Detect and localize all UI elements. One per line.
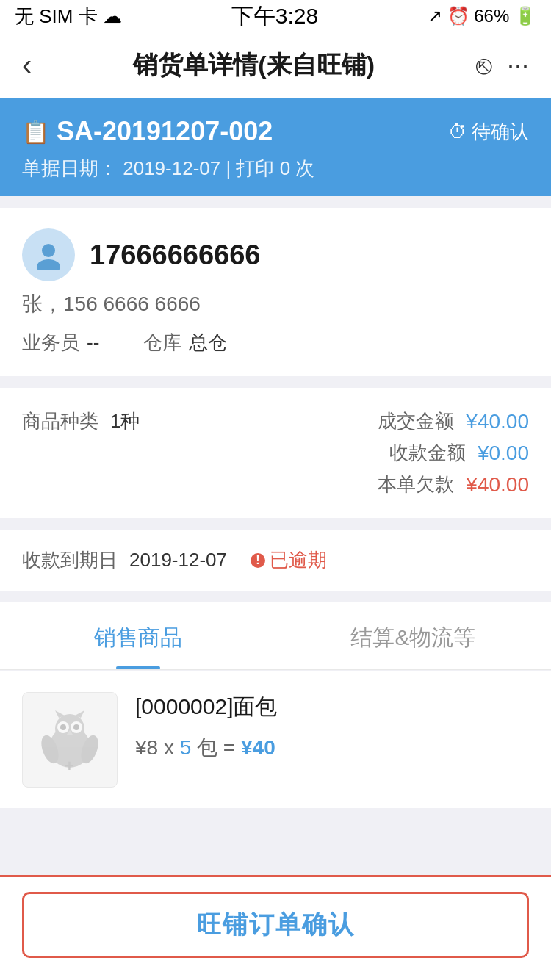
back-button[interactable]: ‹ [22,48,32,82]
svg-text:+: + [65,757,74,773]
battery-status: ↗ ⏰ 66% 🔋 [428,6,536,26]
customer-meta: 业务员 -- 仓库 总仓 [22,330,529,356]
summary-row: 商品种类 1种 成交金额 ¥40.00 收款金额 ¥0.00 本单欠款 ¥40.… [22,408,529,497]
customer-phone: 17666666666 [90,239,260,271]
transaction-amount-row: 成交金额 ¥40.00 [378,408,529,434]
order-date: 单据日期： 2019-12-07 | 打印 0 次 [22,156,529,181]
product-image: + [37,707,103,773]
order-header-top: 📋 SA-20191207-002 ⏱ 待确认 [22,116,529,147]
salesperson-value: -- [87,331,99,354]
customer-name: 张，156 6666 6666 [22,290,529,318]
summary-right: 成交金额 ¥40.00 收款金额 ¥0.00 本单欠款 ¥40.00 [378,408,529,497]
back-icon: ‹ [22,48,32,81]
nav-actions: ⎋ ··· [476,50,529,81]
order-id-text: SA-20191207-002 [57,116,273,147]
status-bar: 无 SIM 卡 ☁ 下午3:28 ↗ ⏰ 66% 🔋 [0,0,551,32]
order-status: ⏱ 待确认 [448,119,529,145]
bottom-action: 旺铺订单确认 [0,875,551,980]
summary-left: 商品种类 1种 [22,408,140,434]
tab-settlement[interactable]: 结算&物流等 [276,602,551,669]
product-name: [0000002]面包 [135,692,529,722]
product-list: + [0000002]面包 ¥8 x 5 包 = ¥40 [0,671,551,808]
more-button[interactable]: ··· [507,50,529,81]
product-type-label: 商品种类 [22,408,98,434]
product-total: ¥40 [241,736,276,759]
order-date-label: 单据日期： [22,157,118,179]
salesperson-label: 业务员 [22,330,79,356]
overdue-badge: ! 已逾期 [251,547,327,573]
product-type-value: 1种 [110,408,140,434]
received-amount-value: ¥0.00 [478,442,529,465]
status-time: 下午3:28 [231,1,318,32]
tabs-bar: 销售商品 结算&物流等 [0,602,551,670]
salesperson-field: 业务员 -- [22,330,99,356]
due-date-card: 收款到期日 2019-12-07 ! 已逾期 [0,530,551,591]
received-amount-label: 收款金额 [389,440,466,466]
overdue-text: 已逾期 [270,547,327,573]
warehouse-field: 仓库 总仓 [143,330,227,356]
product-qty: 5 [180,736,192,759]
summary-card: 商品种类 1种 成交金额 ¥40.00 收款金额 ¥0.00 本单欠款 ¥40.… [0,388,551,518]
product-unit: 包 [197,736,217,759]
confirm-order-button[interactable]: 旺铺订单确认 [22,892,529,958]
order-print-info: | 打印 0 次 [226,157,314,179]
table-row: + [0000002]面包 ¥8 x 5 包 = ¥40 [0,671,551,808]
svg-point-7 [73,724,79,730]
product-price-row: ¥8 x 5 包 = ¥40 [135,734,529,762]
nav-bar: ‹ 销货单详情(来自旺铺) ⎋ ··· [0,32,551,98]
product-price: ¥8 [135,736,158,759]
received-amount-row: 收款金额 ¥0.00 [389,440,529,466]
owed-amount-row: 本单欠款 ¥40.00 [378,472,529,497]
sim-status: 无 SIM 卡 ☁ [15,4,122,29]
share-button[interactable]: ⎋ [476,50,492,81]
multiply-sign: x [164,736,180,759]
svg-point-6 [60,724,66,730]
order-status-text: 待确认 [472,119,529,145]
order-id: 📋 SA-20191207-002 [22,116,273,147]
due-date-label: 收款到期日 [22,547,118,573]
due-date-value: 2019-12-07 [129,549,227,572]
status-right: ↗ ⏰ 66% 🔋 [428,6,536,26]
warehouse-value: 总仓 [189,330,227,356]
status-clock-icon: ⏱ [448,120,467,143]
transaction-amount-label: 成交金额 [378,408,454,434]
avatar [22,228,75,281]
customer-card: 17666666666 张，156 6666 6666 业务员 -- 仓库 总仓 [0,208,551,376]
owed-amount-value: ¥40.00 [466,473,529,497]
page-title: 销货单详情(来自旺铺) [133,48,375,82]
product-thumbnail: + [22,692,118,788]
transaction-amount-value: ¥40.00 [466,410,529,433]
order-date-value: 2019-12-07 [123,157,220,179]
customer-row: 17666666666 [22,228,529,281]
product-info: [0000002]面包 ¥8 x 5 包 = ¥40 [135,692,529,762]
status-left: 无 SIM 卡 ☁ [15,4,122,29]
owed-amount-label: 本单欠款 [378,472,454,497]
overdue-icon: ! [251,553,265,568]
tab-products[interactable]: 销售商品 [0,602,276,669]
svg-point-0 [42,244,55,257]
order-header: 📋 SA-20191207-002 ⏱ 待确认 单据日期： 2019-12-07… [0,98,551,196]
content-area: 📋 SA-20191207-002 ⏱ 待确认 单据日期： 2019-12-07… [0,98,551,980]
avatar-icon [34,240,63,270]
svg-point-1 [37,259,60,270]
equals-sign: = [223,736,241,759]
order-icon: 📋 [22,119,49,145]
warehouse-label: 仓库 [143,330,181,356]
